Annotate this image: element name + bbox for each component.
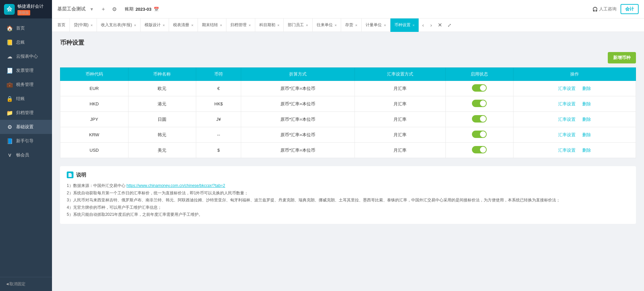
cell-rate-3: 月汇率 [355,127,445,143]
cell-name-2: 日圆 [128,112,196,127]
notes-section: 📄 说明 1）数据来源：中国外汇交易中心 https://www.chinamo… [60,166,636,224]
action-rate-4[interactable]: 汇率设置 [558,148,576,153]
invoice-icon: 🧾 [7,67,13,74]
logo-icon: 会 [4,4,15,15]
notes-item-5: 5）系统只能自动抓取2021年度后的汇率，之前年度汇率需要用户手工维护。 [67,211,629,219]
toggle-enabled-2[interactable] [472,115,487,123]
cell-code-4: USD [60,143,128,158]
toggle-enabled-1[interactable] [472,100,487,107]
tab-template-label: 模版设计 [145,22,161,28]
tab-unit-close[interactable]: × [384,23,386,27]
logo-sub: 旗舰版 [17,10,30,15]
tab-inventory[interactable]: 存货 × [341,18,362,32]
tab-currency-label: 币种设置 [394,22,411,28]
tab-tax-close[interactable]: × [191,23,193,27]
reports-icon: ☁ [7,53,13,59]
tab-balance-close[interactable]: × [91,23,93,27]
sidebar-item-member[interactable]: V 畅会员 [0,148,52,162]
action-delete-4[interactable]: 删除 [582,148,591,153]
tab-template[interactable]: 模版设计 × [141,18,169,32]
sidebar-item-invoice[interactable]: 🧾 发票管理 [0,63,52,78]
calendar-icon[interactable]: 📅 [154,7,159,12]
action-delete-3[interactable]: 删除 [582,132,591,137]
sidebar-item-settings[interactable]: ⚙ 基础设置 [0,120,52,134]
tab-dept-close[interactable]: × [306,23,308,27]
action-delete-0[interactable]: 删除 [582,86,591,91]
company-dropdown-icon[interactable]: ▼ [90,7,94,12]
cell-code-0: EUR [60,81,128,96]
tab-period-end-label: 期末结转 [202,22,218,28]
period-label: 账期 [125,6,133,12]
tab-account-init-close[interactable]: × [277,23,279,27]
sidebar-label-archive: 归档管理 [16,110,34,116]
cell-calc-0: 原币*汇率=本位币 [241,81,355,96]
tab-customer[interactable]: 往来单位 × [313,18,341,32]
settings-gear-icon[interactable]: ⚙ [111,5,118,14]
toggle-enabled-3[interactable] [472,131,487,138]
expand-tabs-button[interactable]: ⤢ [445,18,454,32]
tabs-next-button[interactable]: › [427,18,435,32]
sidebar-item-ledger[interactable]: 📒 总账 [0,35,52,49]
tab-archive-label: 归档管理 [230,22,247,28]
sidebar-label-invoice: 发票管理 [16,67,34,74]
sidebar-footer-label: ◄取消固定 [5,281,25,287]
tab-currency-close[interactable]: × [413,23,415,27]
sidebar-item-home[interactable]: 🏠 首页 [0,21,52,35]
closing-icon: 🔒 [7,96,13,102]
tab-currency[interactable]: 币种设置 × [390,18,419,32]
accounting-period: 账期 2023-03 📅 [125,6,159,12]
sidebar-item-archive[interactable]: 📁 归档管理 [0,106,52,120]
user-role-button[interactable]: 会计 [621,4,639,14]
help-button[interactable]: 🎧 人工咨询 [592,6,616,12]
tab-income-close[interactable]: × [134,23,136,27]
table-row: HKD 港元 HK$ 原币*汇率=本位币 月汇率 汇率设置 删除 [60,96,636,112]
toolbar: 新增币种 [60,52,636,63]
toggle-enabled-0[interactable] [472,84,487,92]
cell-rate-1: 月汇率 [355,96,445,112]
tab-account-init[interactable]: 科目期初 × [255,18,284,32]
tab-balance[interactable]: 贷(中期) × [70,18,97,32]
action-rate-1[interactable]: 汇率设置 [558,101,576,106]
action-rate-2[interactable]: 汇率设置 [558,117,576,122]
headphone-icon: 🎧 [592,7,598,12]
tab-archive[interactable]: 归档管理 × [226,18,255,32]
tab-unit-label: 计量单位 [366,22,382,28]
cell-status-2 [445,112,514,127]
tab-inventory-label: 存货 [345,22,353,28]
action-rate-0[interactable]: 汇率设置 [558,86,576,91]
tab-inventory-close[interactable]: × [355,23,357,27]
sidebar-item-guide[interactable]: 📘 新手引导 [0,134,52,148]
notes-link[interactable]: https://www.chinamoney.com.cn/chinese/bk… [126,183,225,188]
main-area: 基层工会测试 ▼ ＋ ⚙ 账期 2023-03 📅 🎧 人工咨询 会计 首页 贷… [52,0,644,291]
sidebar-footer-toggle[interactable]: ◄取消固定 [0,277,52,291]
home-icon: 🏠 [7,25,13,31]
tab-income[interactable]: 收入支出表(年报) × [97,18,140,32]
tab-period-end[interactable]: 期末结转 × [198,18,226,32]
tab-dept[interactable]: 部门员工 × [284,18,312,32]
add-tab-button[interactable]: ＋ [99,4,107,14]
new-currency-button[interactable]: 新增币种 [608,52,636,63]
cell-action-2: 汇率设置 删除 [514,112,636,127]
tabs-prev-button[interactable]: ‹ [419,18,427,32]
tab-home[interactable]: 首页 [53,18,70,32]
sidebar-item-closing[interactable]: 🔒 结账 [0,92,52,106]
close-all-tabs-button[interactable]: ✕ [435,18,445,32]
tab-unit[interactable]: 计量单位 × [362,18,390,32]
col-rate-type: 汇率设置方式 [355,68,445,81]
action-rate-3[interactable]: 汇率设置 [558,132,576,137]
tab-template-close[interactable]: × [163,23,165,27]
tab-tax[interactable]: 税表清册 × [169,18,198,32]
action-delete-2[interactable]: 删除 [582,117,591,122]
notes-item-2: 2）系统自动获取每月第一个工作日的汇率标价，统一为直接标价法，即1外币可以兑换的… [67,190,629,197]
tab-archive-close[interactable]: × [249,23,251,27]
settings-icon: ⚙ [7,124,13,130]
sidebar-item-tax[interactable]: 💼 税务管理 [0,78,52,92]
sidebar-item-reports[interactable]: ☁ 云报表中心 [0,49,52,63]
cell-action-1: 汇率设置 删除 [514,96,636,112]
ledger-icon: 📒 [7,39,13,45]
toggle-enabled-4[interactable] [472,146,487,153]
action-delete-1[interactable]: 删除 [582,101,591,106]
tab-customer-close[interactable]: × [335,23,337,27]
tab-period-end-close[interactable]: × [220,23,222,27]
cell-symbol-2: J¥ [196,112,241,127]
